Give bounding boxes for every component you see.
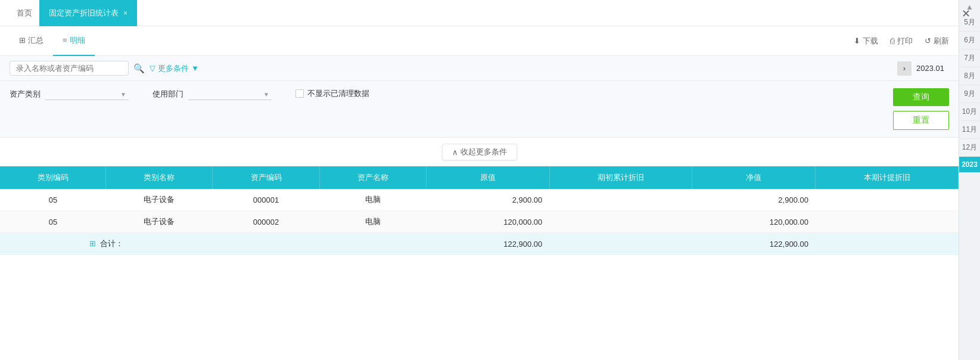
table-row: 05 电子设备 000001 电脑 2,900.00 2,900.00	[0, 189, 959, 211]
active-tab[interactable]: 固定资产折旧统计表 ×	[39, 0, 137, 26]
table-header-row: 类别编码 类别名称 资产编码 资产名称 原值 期初累计折旧 净值 本期计提折旧	[0, 166, 959, 189]
filter-icon: ▽	[150, 64, 155, 73]
cell-net-value: 120,000.00	[692, 211, 816, 233]
collapse-row: ∧ 收起更多条件	[0, 138, 959, 166]
sidebar-month-10[interactable]: 10月	[959, 103, 980, 121]
right-sidebar: ▲ 5月 6月 7月 8月 9月 10月 11月 12月 2023	[959, 0, 980, 360]
download-label: 下载	[863, 36, 878, 46]
cell-current-depreciation	[816, 211, 959, 233]
data-table: 类别编码 类别名称 资产编码 资产名称 原值 期初累计折旧 净值 本期计提折旧 …	[0, 166, 959, 255]
asset-category-select-wrapper	[45, 88, 129, 100]
cell-asset-code: 000002	[213, 211, 319, 233]
col-asset-code: 资产编码	[213, 166, 319, 189]
hide-cleared-checkbox[interactable]	[295, 89, 304, 98]
chevron-down-icon: ▼	[191, 64, 199, 73]
table-wrapper: 类别编码 类别名称 资产编码 资产名称 原值 期初累计折旧 净值 本期计提折旧 …	[0, 166, 959, 360]
subtotal-label-cell: ⊞ 合计：	[0, 233, 213, 255]
detail-icon: ≡	[63, 36, 67, 45]
cell-original-value: 120,000.00	[426, 211, 549, 233]
refresh-button[interactable]: ↺ 刷新	[925, 36, 949, 46]
filter-row: 资产类别 使用部门 不显示已清理数据 查询 重置	[0, 81, 959, 138]
sidebar-month-11[interactable]: 11月	[959, 121, 980, 139]
table-row: 05 电子设备 000002 电脑 120,000.00 120,000.00	[0, 211, 959, 233]
cell-original-value: 2,900.00	[426, 189, 549, 211]
date-label: 2023.01	[911, 64, 949, 73]
subtotal-empty-1	[213, 233, 319, 255]
col-original-value: 原值	[426, 166, 549, 189]
subtotal-empty-2	[319, 233, 426, 255]
subtotal-row: ⊞ 合计： 122,900.00 122,900.00	[0, 233, 959, 255]
print-button[interactable]: ⎙ 打印	[890, 36, 913, 46]
tab-detail[interactable]: ≡ 明细	[53, 26, 95, 56]
col-current-depreciation: 本期计提折旧	[816, 166, 959, 189]
toolbar-actions: ⬇ 下载 ⎙ 打印 ↺ 刷新	[854, 36, 949, 46]
top-nav: 首页 固定资产折旧统计表 × ✕	[0, 0, 959, 26]
department-label: 使用部门	[153, 89, 183, 100]
search-input[interactable]	[10, 61, 129, 76]
col-asset-name: 资产名称	[319, 166, 426, 189]
collapse-button[interactable]: ∧ 收起更多条件	[442, 144, 517, 160]
tab-close-button[interactable]: ×	[123, 9, 127, 17]
cell-asset-code: 000001	[213, 189, 319, 211]
sidebar-year-2023[interactable]: 2023	[959, 157, 980, 173]
cell-category-name: 电子设备	[106, 211, 213, 233]
sidebar-month-6[interactable]: 6月	[959, 32, 980, 49]
tab-summary[interactable]: ⊞ 汇总	[10, 26, 53, 56]
col-net-value: 净值	[692, 166, 816, 189]
cell-category-code: 05	[0, 189, 106, 211]
hide-cleared-group: 不显示已清理数据	[295, 88, 369, 99]
reset-button[interactable]: 重置	[893, 111, 949, 130]
asset-category-select[interactable]	[45, 88, 129, 100]
search-icon[interactable]: 🔍	[133, 63, 145, 74]
cell-net-value: 2,900.00	[692, 189, 816, 211]
cell-category-name: 电子设备	[106, 189, 213, 211]
sidebar-month-9[interactable]: 9月	[959, 85, 980, 103]
download-button[interactable]: ⬇ 下载	[854, 36, 878, 46]
cell-accumulated-depreciation	[549, 211, 692, 233]
cell-asset-name: 电脑	[319, 189, 426, 211]
cell-accumulated-depreciation	[549, 189, 692, 211]
cell-asset-name: 电脑	[319, 211, 426, 233]
department-select-wrapper	[188, 88, 272, 100]
summary-icon: ⊞	[19, 36, 26, 45]
sidebar-month-8[interactable]: 8月	[959, 67, 980, 85]
print-label: 打印	[897, 36, 913, 46]
subtotal-current	[816, 233, 959, 255]
more-conditions-label: 更多条件	[158, 63, 189, 74]
cell-current-depreciation	[816, 189, 959, 211]
query-button[interactable]: 查询	[893, 88, 949, 106]
filter-actions: 查询 重置	[893, 88, 949, 130]
date-indicator: › 2023.01	[897, 61, 949, 76]
subtotal-icon: ⊞	[89, 239, 96, 248]
cell-category-code: 05	[0, 211, 106, 233]
collapse-label: 收起更多条件	[461, 147, 507, 157]
col-accumulated-depreciation: 期初累计折旧	[549, 166, 692, 189]
toolbar: ⊞ 汇总 ≡ 明细 ⬇ 下载 ⎙ 打印 ↺ 刷新	[0, 26, 959, 56]
window-close-button[interactable]: ✕	[962, 7, 970, 20]
tab-title: 固定资产折旧统计表	[49, 8, 119, 18]
asset-category-filter: 资产类别	[10, 88, 129, 100]
sidebar-month-7[interactable]: 7月	[959, 49, 980, 67]
tab-summary-label: 汇总	[28, 35, 43, 46]
home-tab[interactable]: 首页	[10, 8, 39, 18]
refresh-icon: ↺	[925, 36, 931, 45]
date-arrow-button[interactable]: ›	[897, 61, 911, 76]
asset-category-label: 资产类别	[10, 89, 41, 100]
col-category-name: 类别名称	[106, 166, 213, 189]
subtotal-accumulated	[549, 233, 692, 255]
subtotal-original-value: 122,900.00	[426, 233, 549, 255]
print-icon: ⎙	[890, 36, 895, 45]
subtotal-net-value: 122,900.00	[692, 233, 816, 255]
tab-detail-label: 明细	[70, 35, 85, 46]
department-select[interactable]	[188, 88, 272, 100]
hide-cleared-label: 不显示已清理数据	[307, 88, 369, 99]
sidebar-month-12[interactable]: 12月	[959, 139, 980, 157]
refresh-label: 刷新	[934, 36, 949, 46]
more-conditions-button[interactable]: ▽ 更多条件 ▼	[150, 63, 199, 74]
download-icon: ⬇	[854, 36, 860, 45]
col-category-code: 类别编码	[0, 166, 106, 189]
department-filter: 使用部门	[153, 88, 272, 100]
search-row: 🔍 ▽ 更多条件 ▼ › 2023.01	[0, 56, 959, 81]
subtotal-label: 合计：	[100, 239, 123, 248]
chevron-up-icon: ∧	[452, 148, 458, 157]
